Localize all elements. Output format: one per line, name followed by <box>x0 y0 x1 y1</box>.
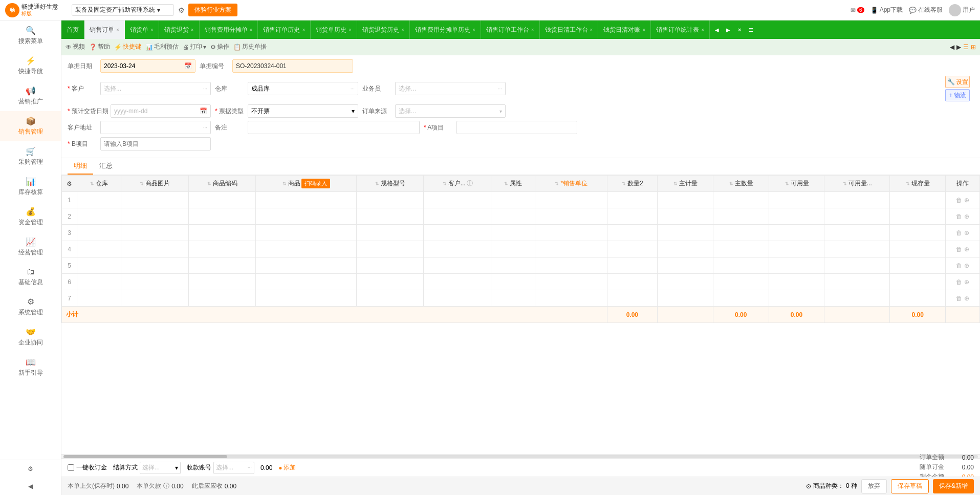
scroll-area[interactable] <box>61 454 980 458</box>
copy-icon[interactable]: ⊕ <box>964 295 969 302</box>
row-main-qty[interactable] <box>713 257 769 274</box>
project-a-input[interactable] <box>456 121 577 134</box>
sidebar-item-management[interactable]: 📈 经营管理 <box>0 232 61 262</box>
settings-float-btn[interactable]: 🔧 设置 <box>945 76 970 88</box>
tab-close-icon[interactable]: × <box>116 27 119 33</box>
expected-calendar-icon[interactable]: 📅 <box>200 107 207 115</box>
row-unit[interactable] <box>535 208 607 225</box>
row-main-qty[interactable] <box>713 192 769 208</box>
row-avail[interactable] <box>769 274 824 290</box>
row-avail2[interactable] <box>824 225 890 241</box>
row-image[interactable] <box>121 208 188 225</box>
row-goods[interactable] <box>256 257 357 274</box>
copy-icon[interactable]: ⊕ <box>964 262 969 269</box>
row-image[interactable] <box>121 241 188 257</box>
one-click-checkbox[interactable] <box>68 464 74 471</box>
tab-sales-order-history[interactable]: 销售订单历史 × <box>258 20 311 39</box>
sort-icon[interactable]: ⇅ <box>906 181 910 186</box>
row-qty2[interactable] <box>607 274 658 290</box>
tab-detail[interactable]: 明细 <box>68 158 93 175</box>
tab-close-icon[interactable]: × <box>150 27 154 33</box>
copy-icon[interactable]: ⊕ <box>964 197 969 204</box>
sort-icon[interactable]: ⇅ <box>555 181 559 186</box>
tab-close-icon[interactable]: × <box>191 27 194 33</box>
row-customer-code[interactable] <box>424 290 491 307</box>
delete-icon[interactable]: 🗑 <box>956 229 962 236</box>
account-more-icon[interactable]: ··· <box>248 465 252 470</box>
row-image[interactable] <box>121 257 188 274</box>
row-avail2[interactable] <box>824 274 890 290</box>
payment-select[interactable]: 选择... ▾ <box>140 462 181 474</box>
tab-close-icon[interactable]: × <box>302 27 305 33</box>
calendar-icon[interactable]: 📅 <box>184 62 192 70</box>
sort-icon[interactable]: ⇅ <box>282 181 287 186</box>
row-avail[interactable] <box>769 225 824 241</box>
row-code[interactable] <box>188 192 256 208</box>
row-attr[interactable] <box>491 208 535 225</box>
row-avail2[interactable] <box>824 241 890 257</box>
row-spec[interactable] <box>356 274 424 290</box>
sort-icon[interactable]: ⇅ <box>90 181 94 186</box>
row-main-unit[interactable] <box>658 241 713 257</box>
th-settings[interactable]: ⚙ <box>62 176 77 192</box>
sort-icon[interactable]: ⇅ <box>443 181 447 186</box>
row-avail[interactable] <box>769 290 824 307</box>
row-warehouse[interactable] <box>77 192 121 208</box>
row-avail2[interactable] <box>824 208 890 225</box>
sort-icon[interactable]: ⇅ <box>207 181 211 186</box>
warehouse-input[interactable]: 成品库 ··· <box>248 82 358 95</box>
tab-stats[interactable]: 销售订单统计表 × <box>651 20 710 39</box>
industry-solution-button[interactable]: 体验行业方案 <box>188 4 237 16</box>
account-select[interactable]: 选择... ··· <box>213 462 254 474</box>
row-spec[interactable] <box>356 257 424 274</box>
tab-order-workbench[interactable]: 销售订单工作台 × <box>481 20 540 39</box>
row-customer-code[interactable] <box>424 225 491 241</box>
row-goods[interactable] <box>256 241 357 257</box>
row-attr[interactable] <box>491 225 535 241</box>
row-spec[interactable] <box>356 290 424 307</box>
row-warehouse[interactable] <box>77 257 121 274</box>
save-new-button[interactable]: 保存&新增 <box>933 479 974 493</box>
row-warehouse[interactable] <box>77 274 121 290</box>
row-main-unit[interactable] <box>658 225 713 241</box>
toolbar-shortcut[interactable]: ⚡ 快捷键 <box>114 42 141 51</box>
row-customer-code[interactable] <box>424 257 491 274</box>
toolbar-history[interactable]: 📋 历史单据 <box>233 42 267 51</box>
sidebar-item-system[interactable]: ⚙ 系统管理 <box>0 292 61 322</box>
row-unit[interactable] <box>535 192 607 208</box>
row-current-qty[interactable] <box>890 241 946 257</box>
delete-icon[interactable]: 🗑 <box>956 295 962 302</box>
toolbar-list-view[interactable]: ☰ <box>963 44 969 51</box>
row-current-qty[interactable] <box>890 208 946 225</box>
sidebar-item-guide[interactable]: 📖 新手引导 <box>0 352 61 382</box>
system-selector[interactable]: 装备及固定资产辅助管理系统 ▾ <box>72 4 174 16</box>
delete-icon[interactable]: 🗑 <box>956 262 962 269</box>
row-main-qty[interactable] <box>713 241 769 257</box>
row-image[interactable] <box>121 192 188 208</box>
toolbar-print[interactable]: 🖨 打印 ▾ <box>183 42 206 51</box>
row-qty2[interactable] <box>607 241 658 257</box>
row-qty2[interactable] <box>607 225 658 241</box>
row-current-qty[interactable] <box>890 257 946 274</box>
tab-return-history[interactable]: 销货退货历史 × <box>357 20 410 39</box>
settings-gear-icon[interactable]: ⚙ <box>174 3 188 17</box>
row-avail[interactable] <box>769 192 824 208</box>
warehouse-more-icon[interactable]: ··· <box>351 86 355 92</box>
tab-close-all-button[interactable]: ✕ <box>734 25 745 35</box>
row-warehouse[interactable] <box>77 241 121 257</box>
add-button[interactable]: ● 添加 <box>278 463 295 472</box>
tab-sales-return[interactable]: 销货退货 × <box>159 20 200 39</box>
project-b-input[interactable] <box>100 137 211 150</box>
address-more-icon[interactable]: ··· <box>203 125 207 131</box>
sidebar-item-baseinfo[interactable]: 🗂 基础信息 <box>0 262 61 292</box>
sidebar-settings-btn[interactable]: ⚙ <box>0 460 61 478</box>
row-unit[interactable] <box>535 225 607 241</box>
scroll-thumb[interactable] <box>63 455 227 458</box>
tab-close-icon[interactable]: × <box>349 27 352 33</box>
row-customer-code[interactable] <box>424 241 491 257</box>
tab-close-icon[interactable]: × <box>250 27 253 33</box>
row-main-unit[interactable] <box>658 208 713 225</box>
tab-expense-history[interactable]: 销售费用分摊单历史 × <box>410 20 481 39</box>
customer-input[interactable]: 选择... ··· <box>100 82 211 95</box>
sort-icon[interactable]: ⇅ <box>622 181 626 186</box>
